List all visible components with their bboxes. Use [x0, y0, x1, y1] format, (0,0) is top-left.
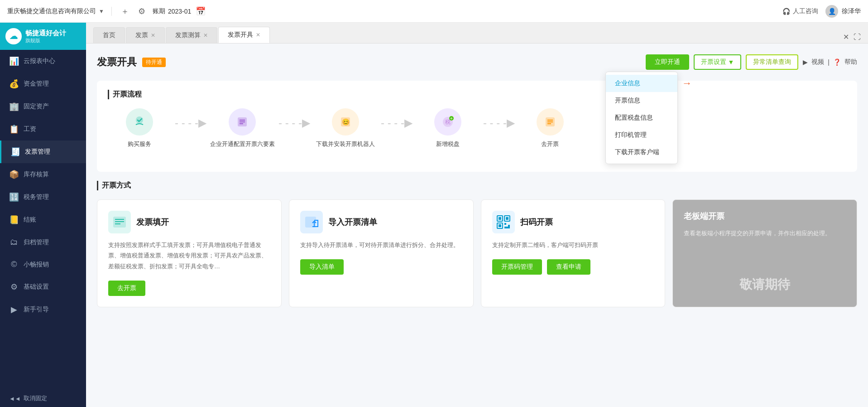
view-apply-button[interactable]: 查看申请	[547, 259, 590, 275]
calendar-icon[interactable]: 📅	[194, 5, 207, 18]
billing-methods-grid: 发票填开 支持按照发票样式手工填开发票；可开具增值税电子普通发票、增值税普通发票…	[97, 199, 857, 307]
flow-step-config: 企业开通配置开票六要素	[210, 108, 275, 148]
logo-title: 畅捷通好会计	[25, 29, 66, 38]
import-card-title: 导入开票清单	[328, 217, 377, 228]
tab-fapiao-kaiju[interactable]: 发票开具 ✕	[218, 27, 270, 43]
page-actions: 立即开通 开票设置 ▼ 企业信息	[646, 54, 858, 70]
company-selector[interactable]: 重庆畅捷交通信息咨询有限公司 ▼	[7, 7, 104, 15]
billing-card-import-header: 导入开票清单	[300, 211, 462, 233]
activate-button[interactable]: 立即开通	[646, 54, 689, 70]
step-download-icon: 😊	[332, 108, 359, 136]
period-value: 2023-01	[168, 8, 191, 15]
tab-fapiao-label: 发票	[135, 31, 148, 39]
red-arrow-indicator: →	[682, 78, 692, 89]
tab-cesuan-close[interactable]: ✕	[203, 32, 208, 39]
sidebar-item-label: 库存核算	[24, 170, 49, 179]
scan-card-title: 扫码开票	[520, 217, 553, 228]
sidebar-nav: 📊 云报表中心 💰 资金管理 🏢 固定资产 📋 工资 🧾 发票管理	[0, 50, 86, 390]
sidebar-item-guidang[interactable]: 🗂 归档管理	[0, 231, 86, 253]
dropdown-item-printer[interactable]: 打印机管理	[606, 126, 677, 144]
list-icon: 📋	[9, 124, 19, 134]
sidebar-item-label: 发票管理	[25, 148, 50, 156]
sidebar-item-xiaochang[interactable]: © 小畅报销	[0, 253, 86, 276]
logo-icon: ☁	[5, 28, 22, 44]
manual-card-desc: 支持按照发票样式手工填开发票；可开具增值税电子普通发票、增值税普通发票、增值税专…	[108, 240, 270, 271]
user-info[interactable]: 👤 徐泽华	[825, 5, 861, 18]
billing-card-scan-header: 扫码开票	[492, 211, 654, 233]
cancel-pin-label: 取消固定	[24, 394, 47, 402]
flow-section-title: 开票流程	[108, 90, 846, 99]
import-list-button[interactable]: 导入清单	[300, 259, 344, 275]
sidebar-item-xinyindao[interactable]: ▶ 新手引导	[0, 298, 86, 321]
svg-rect-29	[504, 227, 510, 228]
tab-home[interactable]: 首页	[93, 27, 125, 43]
support-label: 人工咨询	[793, 7, 818, 15]
maximize-icon[interactable]: ⛶	[854, 33, 861, 41]
sidebar-item-kucun[interactable]: 📦 库存核算	[0, 163, 86, 186]
separator-pipe: |	[828, 58, 830, 66]
dropdown-arrow-icon: ▼	[728, 58, 734, 66]
sidebar-item-label: 资金管理	[24, 80, 49, 88]
dropdown-item-invoice-info[interactable]: 开票信息	[606, 92, 677, 109]
add-icon[interactable]: ＋	[119, 4, 131, 19]
qrcode-manage-button[interactable]: 开票码管理	[492, 259, 542, 275]
dropdown-tax-disk-label: 配置税盘信息	[615, 114, 653, 121]
flow-section: 开票流程 购买服务	[97, 81, 857, 172]
close-tab-icon[interactable]: ✕	[843, 33, 849, 41]
dropdown-item-company-info[interactable]: 企业信息	[606, 75, 677, 92]
dropdown-item-download-client[interactable]: 下载开票客户端	[606, 144, 677, 161]
support-button[interactable]: 🎧 人工咨询	[782, 7, 818, 15]
settings-icon[interactable]: ⚙	[136, 5, 147, 18]
sidebar-item-fapiao[interactable]: 🧾 发票管理	[0, 141, 86, 163]
sidebar-bottom-cancel[interactable]: ◄◄ 取消固定	[0, 390, 86, 407]
pin-icon: ◄◄	[9, 395, 21, 402]
step-addtax-label: 新增税盘	[436, 140, 460, 148]
sidebar-item-label: 归档管理	[24, 238, 49, 247]
svg-rect-26	[499, 224, 501, 227]
sidebar-item-jichushezhi[interactable]: ⚙ 基础设置	[0, 276, 86, 298]
sidebar-item-shuiwu[interactable]: 🔢 税务管理	[0, 186, 86, 208]
step-buy-icon	[126, 108, 153, 136]
period-info: 账期 2023-01 📅	[153, 5, 207, 18]
sidebar-item-gongzi[interactable]: 📋 工资	[0, 118, 86, 141]
overlay-text: 敬请期待	[739, 276, 790, 293]
sidebar-item-label: 工资	[24, 125, 36, 133]
sidebar-item-jiezhang[interactable]: 📒 结账	[0, 208, 86, 231]
tab-fapiao-cesuan[interactable]: 发票测算 ✕	[166, 27, 217, 43]
settings-button[interactable]: 开票设置 ▼	[694, 54, 742, 70]
video-label: 视频	[811, 58, 824, 66]
manual-invoice-icon	[108, 211, 131, 233]
step-config-label: 企业开通配置开票六要素	[210, 140, 275, 148]
dropdown-printer-label: 打印机管理	[615, 131, 647, 138]
flow-arrow-1: - - - -▶	[171, 116, 210, 129]
tab-fapiao-close[interactable]: ✕	[151, 32, 155, 39]
company-name: 重庆畅捷交通信息咨询有限公司	[7, 7, 96, 15]
tab-kaiju-close[interactable]: ✕	[256, 32, 260, 38]
scan-card-desc: 支持定制开票二维码，客户端可扫码开票	[492, 240, 654, 250]
sidebar-item-yunbao[interactable]: 📊 云报表中心	[0, 50, 86, 73]
sidebar: ☁ 畅捷通好会计 旗舰版 📊 云报表中心 💰 资金管理 🏢	[0, 23, 86, 407]
invoice-icon: 🧾	[10, 147, 20, 157]
settings-dropdown-wrapper: 开票设置 ▼ 企业信息 →	[694, 54, 742, 70]
separator	[111, 7, 112, 16]
manual-invoice-button[interactable]: 去开票	[108, 281, 145, 296]
abnormal-list-button[interactable]: 异常清单查询	[746, 54, 798, 70]
play-icon: ▶	[9, 305, 19, 315]
dropdown-company-info-label: 企业信息	[615, 79, 640, 87]
user-name: 徐泽华	[842, 7, 861, 15]
scan-card-footer: 开票码管理 查看申请	[492, 259, 654, 275]
dropdown-item-tax-disk[interactable]: 配置税盘信息	[606, 109, 677, 126]
step-buy-label: 购买服务	[128, 140, 151, 148]
sidebar-item-gudingzichan[interactable]: 🏢 固定资产	[0, 95, 86, 118]
video-help[interactable]: ▶ 视频 | ❓ 帮助	[803, 58, 857, 66]
flow-steps: 购买服务 - - - -▶	[108, 108, 846, 148]
play-circle-icon: ▶	[803, 58, 808, 66]
copyright-icon: ©	[9, 260, 19, 269]
sidebar-item-zijin[interactable]: 💰 资金管理	[0, 73, 86, 95]
flow-arrow-3: - - - -▶	[377, 116, 416, 129]
gear-icon: ⚙	[9, 282, 19, 292]
flow-step-kaipiao: 去开票	[518, 108, 582, 148]
tab-fapiao[interactable]: 发票 ✕	[126, 27, 165, 43]
step-kaipiao-icon	[537, 108, 564, 136]
billing-card-manual: 发票填开 支持按照发票样式手工填开发票；可开具增值税电子普通发票、增值税普通发票…	[97, 199, 282, 307]
